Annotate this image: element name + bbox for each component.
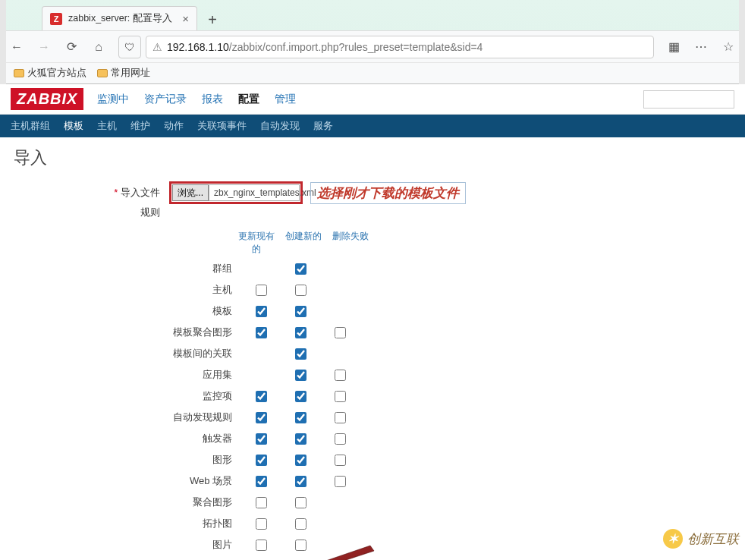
back-button[interactable]: ← xyxy=(5,35,29,59)
submenu-item[interactable]: 自动发现 xyxy=(260,119,300,133)
rule-checkbox[interactable] xyxy=(295,370,306,381)
topmenu-item[interactable]: 报表 xyxy=(202,93,223,106)
rule-checkbox[interactable] xyxy=(256,285,267,296)
rule-checkbox[interactable] xyxy=(295,285,306,296)
col-create: 创建新的 xyxy=(284,230,323,256)
watermark-text: 创新互联 xyxy=(687,530,739,548)
topmenu-item[interactable]: 资产记录 xyxy=(144,93,187,106)
rule-row: 拓扑图 xyxy=(14,514,731,533)
rule-checkbox[interactable] xyxy=(256,433,267,445)
submenu-item[interactable]: 主机群组 xyxy=(11,119,50,133)
rule-cell xyxy=(281,327,320,338)
new-tab-button[interactable]: + xyxy=(202,9,223,30)
submenu-item[interactable]: 维护 xyxy=(130,119,150,133)
home-button[interactable]: ⌂ xyxy=(86,35,111,59)
file-label: 导入文件 xyxy=(14,186,169,200)
reload-button[interactable]: ⟳ xyxy=(59,35,83,59)
rule-row: 触发器 xyxy=(14,429,731,448)
browser-chrome: Z zabbix_server: 配置导入 × + ← → ⟳ ⌂ 🛡 ⚠ 19… xyxy=(0,0,745,84)
search-input[interactable] xyxy=(643,90,734,109)
rule-cell xyxy=(320,412,360,423)
rule-cell xyxy=(241,285,281,296)
annotation-text: 选择刚才下载的模板文件 xyxy=(310,182,466,204)
close-tab-icon[interactable]: × xyxy=(182,12,189,25)
rule-checkbox[interactable] xyxy=(256,412,267,423)
shield-icon[interactable]: 🛡 xyxy=(118,36,141,58)
rule-checkbox[interactable] xyxy=(256,327,267,338)
rule-checkbox[interactable] xyxy=(295,327,306,338)
qr-icon[interactable]: ▦ xyxy=(662,35,686,59)
rule-checkbox[interactable] xyxy=(256,391,267,402)
rule-checkbox[interactable] xyxy=(335,455,346,466)
rule-cell xyxy=(241,518,281,530)
rule-cell xyxy=(241,497,281,508)
submenu-item[interactable]: 模板 xyxy=(64,119,83,133)
folder-icon xyxy=(14,69,24,77)
rule-checkbox[interactable] xyxy=(256,476,267,487)
import-form: 导入文件 浏览... zbx_nginx_templates.xml 选择刚才下… xyxy=(0,178,745,560)
rule-checkbox[interactable] xyxy=(295,412,306,423)
rule-row: 主机 xyxy=(14,280,731,300)
more-icon[interactable]: ⋯ xyxy=(689,35,713,59)
rule-checkbox[interactable] xyxy=(335,433,346,445)
rule-checkbox[interactable] xyxy=(295,497,306,508)
rules-columns-header: 更新现有的 创建新的 删除失败 xyxy=(237,230,731,256)
rule-cell xyxy=(281,348,320,360)
topmenu-item[interactable]: 监测中 xyxy=(97,93,129,106)
topmenu-item[interactable]: 管理 xyxy=(275,93,296,106)
rule-checkbox[interactable] xyxy=(295,263,306,275)
rule-checkbox[interactable] xyxy=(256,497,267,508)
rule-row: 自动发现规则 xyxy=(14,407,731,427)
rule-checkbox[interactable] xyxy=(295,391,306,402)
submenu-item[interactable]: 主机 xyxy=(97,119,117,133)
rule-label: 图片 xyxy=(14,538,241,552)
rule-label: 聚合图形 xyxy=(14,496,241,509)
rules-label-row: 规则 xyxy=(14,206,731,225)
rule-checkbox[interactable] xyxy=(295,433,306,445)
rule-checkbox[interactable] xyxy=(335,327,346,338)
rule-checkbox[interactable] xyxy=(335,412,346,423)
watermark-icon: ✶ xyxy=(663,529,683,549)
rule-checkbox[interactable] xyxy=(295,306,306,317)
rule-checkbox[interactable] xyxy=(295,476,306,487)
rule-checkbox[interactable] xyxy=(335,391,346,402)
rule-label: 应用集 xyxy=(14,368,241,382)
rule-cell xyxy=(241,412,281,423)
sub-menu: 主机群组模板主机维护动作关联项事件自动发现服务 xyxy=(0,115,745,137)
rule-cell xyxy=(281,285,320,296)
bookmark-item[interactable]: 火狐官方站点 xyxy=(14,67,86,80)
rule-cell xyxy=(241,455,281,466)
rule-cell xyxy=(320,433,360,445)
rule-label: 触发器 xyxy=(14,432,241,445)
rule-checkbox[interactable] xyxy=(256,540,267,551)
submenu-item[interactable]: 动作 xyxy=(164,119,184,133)
rule-checkbox[interactable] xyxy=(295,540,306,551)
rule-checkbox[interactable] xyxy=(256,518,267,530)
rule-checkbox[interactable] xyxy=(295,518,306,530)
rule-checkbox[interactable] xyxy=(295,348,306,360)
rule-row: 群组 xyxy=(14,259,731,278)
rule-row: 映射值 xyxy=(14,556,731,560)
bookmark-item[interactable]: 常用网址 xyxy=(97,67,150,80)
zabbix-logo[interactable]: ZABBIX xyxy=(11,88,83,110)
rule-checkbox[interactable] xyxy=(256,455,267,466)
bookmark-star-icon[interactable]: ☆ xyxy=(716,35,740,59)
browser-tab[interactable]: Z zabbix_server: 配置导入 × xyxy=(42,6,197,30)
rule-checkbox[interactable] xyxy=(335,476,346,487)
topmenu-item[interactable]: 配置 xyxy=(238,93,259,106)
rule-row: 聚合图形 xyxy=(14,492,731,512)
rule-cell xyxy=(281,306,320,317)
rule-checkbox[interactable] xyxy=(256,306,267,317)
rule-checkbox[interactable] xyxy=(335,370,346,381)
submenu-item[interactable]: 服务 xyxy=(313,119,333,133)
col-delete: 删除失败 xyxy=(331,230,370,256)
browse-button[interactable]: 浏览... xyxy=(172,184,209,201)
url-field[interactable]: ⚠ 192.168.1.10/zabbix/conf.import.php?ru… xyxy=(146,36,654,58)
col-update: 更新现有的 xyxy=(237,230,276,256)
rule-cell xyxy=(241,433,281,445)
submenu-item[interactable]: 关联项事件 xyxy=(197,119,247,133)
bookmark-label: 常用网址 xyxy=(111,67,150,80)
rule-label: 自动发现规则 xyxy=(14,411,241,424)
rule-cell xyxy=(320,391,360,402)
rule-checkbox[interactable] xyxy=(295,455,306,466)
